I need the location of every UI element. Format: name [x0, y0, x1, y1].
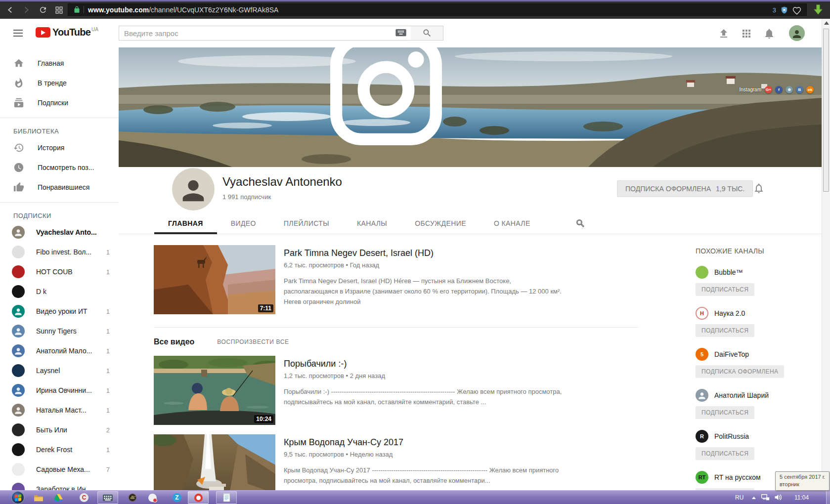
video-title[interactable]: Порыбачили :-) [284, 359, 563, 369]
channel-search-icon[interactable] [575, 218, 585, 228]
video-title[interactable]: Park Timna Negev Desert, Israel (HD) [284, 248, 563, 258]
youtube-logo[interactable]: YouTube UA [36, 27, 98, 38]
social-link-icon[interactable]: В [796, 86, 803, 93]
social-link-icon[interactable]: ok [806, 86, 814, 93]
subscription-channel[interactable]: Наталья Маст...1 [0, 400, 119, 420]
video-thumbnail[interactable]: 10:24 [154, 356, 275, 425]
sidebar-item-liked[interactable]: Понравившиеся [0, 177, 119, 197]
related-channel-link[interactable]: ННаука 2.0 [696, 307, 819, 320]
zona-taskbar-button[interactable]: Z [170, 492, 184, 504]
tab-видео[interactable]: ВИДЕО [217, 212, 270, 234]
subscribe-button[interactable]: ПОДПИСАТЬСЯ [696, 447, 754, 460]
video-title[interactable]: Крым Водопад Учан-Су 2017 [284, 437, 563, 448]
subscribed-button[interactable]: ПОДПИСКА ОФОРМЛЕНА [696, 365, 784, 378]
taskbar-clock[interactable]: 11:04 [794, 494, 809, 501]
explorer-taskbar-button[interactable] [31, 492, 46, 504]
channel-avatar[interactable] [172, 168, 215, 210]
apps-grid-icon[interactable] [741, 28, 752, 40]
subscribe-button[interactable]: ПОДПИСАТЬСЯ [696, 406, 754, 419]
related-channel-link[interactable]: Bubble™ [696, 266, 819, 279]
scrollbar-up-arrow[interactable] [824, 21, 829, 25]
scrollbar-thumb[interactable] [823, 29, 829, 192]
subscribed-button[interactable]: ПОДПИСКА ОФОРМЛЕНА 1,9 ТЫС. [617, 180, 753, 197]
related-channel-link[interactable]: RPolitRussia [696, 430, 819, 443]
hidden-icons-button[interactable] [752, 497, 756, 499]
person-icon [13, 228, 23, 238]
ccleaner-taskbar-button[interactable]: C [77, 492, 91, 504]
channel-bell-icon[interactable] [753, 182, 765, 194]
network-icon[interactable] [761, 494, 770, 501]
subscription-channel[interactable]: HOT COUB1 [0, 262, 119, 282]
account-avatar[interactable] [789, 25, 805, 41]
subscription-channel[interactable]: Видео уроки ИТ1 [0, 301, 119, 321]
channel-name: Bubble™ [714, 268, 743, 276]
clock-tooltip: 5 сентября 2017 г. вторник [775, 471, 830, 491]
channel-name: Заработок в Ин... [36, 485, 107, 490]
subscription-channel[interactable]: Sunny Tigers1 [0, 321, 119, 341]
tab-каналы[interactable]: КАНАЛЫ [343, 212, 401, 234]
subscription-channel[interactable]: Быть Или2 [0, 420, 119, 440]
related-channel-link[interactable]: Анатолий Шарий [696, 389, 819, 402]
subscription-channel[interactable]: Заработок в Ин... [0, 479, 119, 490]
upload-icon[interactable] [718, 28, 730, 40]
speed-dial-button[interactable] [52, 3, 65, 16]
subscription-channel[interactable]: Fibo invest. Вол...1 [0, 242, 119, 262]
address-bar[interactable]: www.youtube.com/channel/UCvqUXT6z2Y6Nk-G… [68, 3, 807, 16]
notepad-icon [223, 493, 230, 502]
subscription-channel[interactable]: Анатолий Мало...1 [0, 341, 119, 361]
subscription-channel[interactable]: Derek Frost1 [0, 440, 119, 460]
show-desktop-button[interactable] [826, 491, 830, 504]
channel-name: Наука 2.0 [714, 309, 745, 317]
social-link-icon[interactable]: f [775, 86, 783, 93]
wot-taskbar-button[interactable] [125, 492, 140, 504]
keyboard-icon[interactable] [395, 29, 406, 37]
search-button[interactable] [411, 26, 443, 41]
related-channels-list: Bubble™ПОДПИСАТЬСЯННаука 2.0ПОДПИСАТЬСЯ5… [696, 266, 819, 490]
agent-taskbar-button[interactable] [145, 492, 160, 504]
social-link-icon[interactable]: G+ [765, 86, 772, 93]
sidebar-item-home[interactable]: Главная [0, 53, 119, 73]
play-all-link[interactable]: ВОСПРОИЗВЕСТИ ВСЕ [217, 338, 289, 345]
notifications-bell-icon[interactable] [763, 28, 775, 40]
notepad-taskbar-button[interactable] [216, 491, 237, 504]
tab-плейлисты[interactable]: ПЛЕЙЛИСТЫ [270, 212, 343, 234]
subscribe-button[interactable]: ПОДПИСАТЬСЯ [696, 324, 754, 337]
opera-taskbar-button[interactable] [188, 491, 209, 504]
subscription-channel[interactable]: Laysnel1 [0, 361, 119, 380]
menu-button[interactable] [13, 30, 23, 37]
subscription-channel[interactable]: Ирина Овчинни...1 [0, 380, 119, 400]
video-duration-badge: 10:24 [254, 415, 273, 423]
search-input[interactable] [119, 29, 395, 38]
new-videos-count: 1 [106, 308, 110, 315]
subscribe-button[interactable]: ПОДПИСАТЬСЯ [696, 283, 754, 296]
subscription-channel[interactable]: Vyacheslav Anto... [0, 222, 119, 242]
tab-главная[interactable]: ГЛАВНАЯ [154, 212, 217, 234]
sidebar-item-trending[interactable]: В тренде [0, 73, 119, 93]
sidebar-item-subscriptions[interactable]: Подписки [0, 93, 119, 113]
download-button[interactable] [812, 3, 825, 16]
start-button[interactable] [11, 491, 24, 504]
shield-blocker-icon[interactable] [780, 6, 788, 14]
volume-icon[interactable] [774, 494, 783, 501]
page-scrollbar[interactable] [822, 19, 830, 490]
subscription-channel[interactable]: D k [0, 282, 119, 301]
browser-chrome: www.youtube.com/channel/UCvqUXT6z2Y6Nk-G… [0, 0, 830, 19]
subscription-channel[interactable]: Садовые Меха...7 [0, 460, 119, 479]
related-channel-link[interactable]: 5DaiFiveTop [696, 348, 819, 361]
refresh-button[interactable] [37, 3, 49, 16]
bookmark-heart-icon[interactable] [792, 6, 801, 15]
tab-обсуждение[interactable]: ОБСУЖДЕНИЕ [401, 212, 480, 234]
tab-о-канале[interactable]: О КАНАЛЕ [480, 212, 544, 234]
sidebar-item-history[interactable]: История [0, 138, 119, 158]
social-link-icon[interactable]: ⊕ [786, 86, 793, 93]
forward-button[interactable] [20, 3, 33, 16]
gdrive-taskbar-button[interactable] [51, 492, 66, 504]
featured-video-thumbnail[interactable]: 7:11 [154, 245, 275, 314]
video-thumbnail[interactable] [154, 434, 275, 490]
search-box[interactable] [119, 26, 411, 41]
language-indicator[interactable]: RU [735, 494, 743, 501]
back-button[interactable] [4, 3, 17, 16]
onscreen-keyboard-taskbar-button[interactable] [97, 491, 118, 504]
instagram-link[interactable]: Instagram [119, 47, 761, 149]
sidebar-item-watch-later[interactable]: Посмотреть поз... [0, 158, 119, 177]
